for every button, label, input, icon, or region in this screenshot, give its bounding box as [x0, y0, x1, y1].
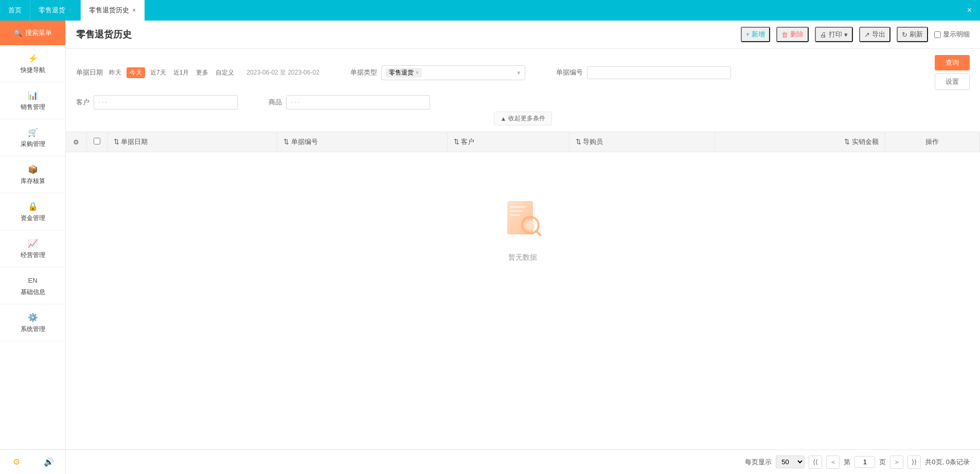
- collapse-button[interactable]: ▲ 收起更多条件: [494, 112, 553, 125]
- sidebar-search-label: 搜索菜单: [25, 28, 52, 38]
- sidebar-settings-icon: ⚙: [13, 457, 20, 467]
- delete-button[interactable]: 🗑 删除: [776, 27, 809, 42]
- collapse-label: 收起更多条件: [508, 114, 545, 123]
- date-opt-yesterday[interactable]: 昨天: [107, 67, 123, 78]
- type-filter-label: 单据类型: [350, 68, 377, 77]
- col-customer-label: ⇅ 客户: [454, 138, 475, 145]
- collapse-row: ▲ 收起更多条件: [76, 110, 970, 125]
- sidebar-settings-btn[interactable]: ⚙: [0, 450, 33, 474]
- first-page-btn[interactable]: ⟨⟨: [809, 455, 822, 469]
- table-body: 暂无数据: [66, 152, 980, 304]
- pagination-summary: 共0页, 0条记录: [925, 458, 970, 467]
- sidebar-item-quick-nav[interactable]: ⚡ 快捷导航: [0, 45, 65, 82]
- filter-row-2: 客户 ··· 商品 ···: [76, 95, 970, 110]
- empty-row: 暂无数据: [66, 152, 980, 304]
- tab-retail-return-close[interactable]: ×: [68, 7, 72, 14]
- refresh-button-label: 刷新: [910, 30, 923, 39]
- sidebar-item-purchase[interactable]: 🛒 采购管理: [0, 119, 65, 156]
- inventory-icon: 📦: [27, 163, 39, 175]
- sidebar-item-inventory-label: 库存核算: [21, 177, 45, 186]
- search-icon: 🔍: [14, 29, 22, 37]
- type-filter-select[interactable]: 零售退货 × ▾: [381, 65, 525, 80]
- col-date-label: ⇅ 单据日期: [114, 138, 148, 145]
- operation-icon: 📈: [27, 238, 39, 249]
- page-number-input[interactable]: [854, 456, 875, 468]
- tab-retail-return-history-close[interactable]: ×: [132, 7, 136, 14]
- sidebar-item-operation[interactable]: 📈 经营管理: [0, 230, 65, 267]
- col-number[interactable]: ⇅ 单据编号: [277, 132, 448, 152]
- header-actions: + 新增 🗑 删除 🖨 打印 ▾ ↗ 导出 ↻ 刷新: [741, 27, 970, 42]
- col-guide[interactable]: ⇅ 导购员: [569, 132, 715, 152]
- refresh-button[interactable]: ↻ 刷新: [897, 27, 928, 42]
- page-title: 零售退货历史: [76, 28, 132, 41]
- sidebar: 🔍 搜索菜单 ⚡ 快捷导航 📊 销售管理 🛒 采购管理 📦 库存核算 🔒 资金管…: [0, 21, 66, 474]
- sidebar-item-purchase-label: 采购管理: [21, 140, 45, 149]
- refresh-icon: ↻: [902, 31, 907, 39]
- col-number-label: ⇅ 单据编号: [283, 138, 318, 145]
- product-filter-input[interactable]: ···: [286, 95, 430, 110]
- window-close-btn[interactable]: ×: [959, 0, 980, 21]
- pagination-bar: 每页显示 50 20 100 ⟨⟨ ＜ 第 页 ＞ ⟩⟩ 共0页, 0条记录: [66, 449, 980, 474]
- finance-icon: 🔒: [27, 200, 39, 212]
- col-amount[interactable]: ⇅ 实销金额: [715, 132, 885, 152]
- date-opt-custom[interactable]: 自定义: [213, 67, 236, 78]
- empty-state-cell: 暂无数据: [66, 152, 980, 304]
- empty-illustration: [497, 193, 548, 245]
- type-tag-value: 零售退货: [389, 68, 414, 77]
- date-options: 昨天 今天 近7天 近1月 更多 自定义: [107, 67, 236, 78]
- sidebar-search[interactable]: 🔍 搜索菜单: [0, 21, 65, 45]
- sidebar-item-basic-info[interactable]: EN 基础信息: [0, 267, 65, 304]
- date-opt-last7[interactable]: 近7天: [148, 67, 168, 78]
- last-page-btn[interactable]: ⟩⟩: [907, 455, 921, 469]
- sidebar-item-operation-label: 经营管理: [21, 251, 45, 260]
- per-page-label: 每页显示: [745, 458, 772, 467]
- sidebar-item-system-label: 系统管理: [21, 325, 45, 334]
- new-button-label: + 新增: [746, 30, 765, 39]
- table-container: ⚙ ⇅ 单据日期 ⇅ 单据编号 ⇅ 客户: [66, 132, 980, 449]
- number-filter-input[interactable]: [587, 66, 731, 79]
- date-opt-last1m[interactable]: 近1月: [171, 67, 191, 78]
- date-opt-more[interactable]: 更多: [194, 67, 210, 78]
- type-tag-remove[interactable]: ×: [416, 69, 419, 76]
- filter-settings-button[interactable]: 设置: [935, 74, 970, 90]
- tab-retail-return[interactable]: 零售退货 ×: [30, 0, 81, 21]
- prev-page-btn[interactable]: ＜: [826, 455, 840, 469]
- type-tag: 零售退货 ×: [386, 68, 422, 78]
- col-customer[interactable]: ⇅ 客户: [447, 132, 569, 152]
- next-page-btn[interactable]: ＞: [890, 455, 903, 469]
- show-details-checkbox[interactable]: [934, 31, 941, 38]
- export-button[interactable]: ↗ 导出: [859, 27, 890, 42]
- per-page-select[interactable]: 50 20 100: [776, 455, 805, 468]
- show-details-checkbox-wrap[interactable]: 显示明细: [934, 30, 970, 39]
- select-all-checkbox[interactable]: [94, 138, 100, 144]
- col-date[interactable]: ⇅ 单据日期: [107, 132, 277, 152]
- col-settings[interactable]: ⚙: [66, 132, 86, 152]
- new-button[interactable]: + 新增: [741, 27, 770, 42]
- customer-filter-input[interactable]: ···: [94, 95, 238, 110]
- tab-home[interactable]: 首页: [0, 0, 30, 21]
- basic-info-icon: EN: [27, 275, 39, 286]
- sidebar-item-system[interactable]: ⚙️ 系统管理: [0, 304, 65, 341]
- page-label: 第: [844, 458, 850, 467]
- col-checkbox[interactable]: [86, 132, 107, 152]
- date-opt-today[interactable]: 今天: [127, 67, 145, 78]
- print-button[interactable]: 🖨 打印 ▾: [815, 27, 853, 42]
- tab-retail-return-history[interactable]: 零售退货历史 ×: [81, 0, 145, 21]
- page-suffix: 页: [879, 458, 886, 467]
- date-filter-label: 单据日期: [76, 68, 103, 77]
- sidebar-item-sales[interactable]: 📊 销售管理: [0, 82, 65, 119]
- filter-area: 单据日期 昨天 今天 近7天 近1月 更多 自定义 2023-06-02 至 2…: [66, 49, 980, 132]
- type-select-chevron: ▾: [517, 69, 521, 77]
- collapse-icon: ▲: [501, 115, 507, 122]
- show-details-label: 显示明细: [943, 30, 970, 39]
- sidebar-item-finance-label: 资金管理: [21, 214, 45, 223]
- sidebar-volume-btn[interactable]: 🔊: [33, 450, 66, 474]
- col-amount-label: ⇅ 实销金额: [844, 138, 879, 145]
- col-action-label: 操作: [925, 138, 939, 145]
- content-area: 零售退货历史 + 新增 🗑 删除 🖨 打印 ▾ ↗ 导出: [66, 21, 980, 474]
- sidebar-item-inventory[interactable]: 📦 库存核算: [0, 156, 65, 193]
- svg-rect-3: [510, 214, 520, 216]
- sidebar-item-quick-nav-label: 快捷导航: [21, 66, 45, 75]
- sidebar-item-finance[interactable]: 🔒 资金管理: [0, 193, 65, 230]
- query-button[interactable]: 查询: [935, 55, 970, 70]
